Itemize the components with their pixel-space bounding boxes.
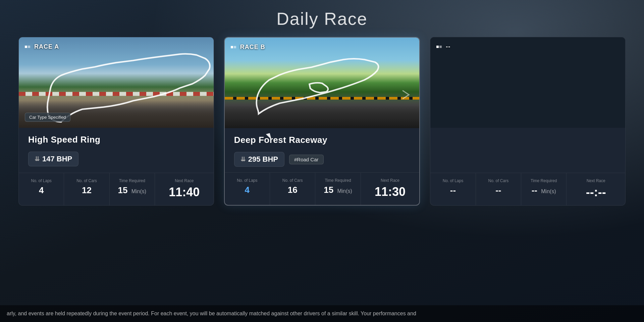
race-card-c[interactable]: -- Not currently available. No. of Laps …	[430, 37, 626, 206]
gt-logo-c	[436, 46, 442, 48]
bhp-badge-b: ⇊ 295 BHP	[234, 152, 284, 167]
race-card-a[interactable]: RACE A Car Type Specified High Speed Rin…	[18, 37, 214, 206]
track-bg-c	[430, 37, 625, 128]
stats-row-a: No. of Laps 4 No. of Cars 12 Time Requir…	[19, 173, 214, 205]
gt-logo-a	[25, 46, 30, 48]
road-car-badge-b: #Road Car	[289, 155, 324, 164]
stats-row-b: No. of Laps 4 No. of Cars 16 Time Requir…	[225, 172, 420, 205]
card-content-a: High Speed Ring ⇊ 147 BHP	[19, 128, 214, 173]
track-name-b: Deep Forest Raceway	[234, 135, 410, 145]
track-name-a: High Speed Ring	[28, 135, 204, 145]
stat-laps-b: No. of Laps 4	[225, 173, 270, 205]
race-label-a: RACE A	[25, 43, 59, 50]
next-race-a: Next Race 11:40	[155, 173, 214, 205]
bhp-row-b: ⇊ 295 BHP #Road Car	[234, 152, 410, 167]
page-title: Daily Race	[0, 9, 644, 29]
stat-time-a: Time Required 15 Min(s)	[110, 173, 155, 205]
gt-logo-b	[231, 46, 236, 48]
stat-laps-a: No. of Laps 4	[19, 173, 64, 205]
stat-cars-c: No. of Cars --	[476, 173, 521, 205]
bhp-row-c	[440, 155, 616, 169]
card-content-b: Deep Forest Raceway ⇊ 295 BHP #Road Car	[225, 128, 420, 172]
track-image-c: -- Not currently available.	[430, 37, 625, 128]
track-name-c	[440, 135, 616, 148]
ticker-text: arly, and events are held repeatedly dur…	[7, 311, 416, 317]
race-card-b[interactable]: RACE B Deep Forest Raceway ⇊ 295 BHP #Ro…	[224, 37, 420, 206]
stats-row-c: No. of Laps -- No. of Cars -- Time Requi…	[430, 173, 625, 205]
track-image-a: RACE A Car Type Specified	[19, 37, 214, 128]
track-outline-b	[225, 38, 420, 128]
next-race-c: Next Race --:--	[567, 173, 625, 205]
bhp-badge-a: ⇊ 147 BHP	[28, 152, 78, 166]
race-label-b: RACE B	[231, 44, 265, 51]
chevron-down-a: ⇊	[35, 155, 40, 163]
cards-container: RACE A Car Type Specified High Speed Rin…	[18, 37, 626, 206]
stat-time-b: Time Required 15 Min(s)	[315, 173, 361, 205]
stat-laps-c: No. of Laps --	[430, 173, 476, 205]
stat-cars-a: No. of Cars 12	[64, 173, 109, 205]
stat-cars-b: No. of Cars 16	[270, 173, 315, 205]
car-type-badge-a: Car Type Specified	[25, 113, 70, 122]
chevron-down-b: ⇊	[240, 156, 246, 163]
bhp-row-a: ⇊ 147 BHP	[28, 152, 204, 166]
bottom-ticker: arly, and events are held repeatedly dur…	[0, 305, 644, 322]
card-content-c	[430, 128, 625, 173]
stat-time-c: Time Required -- Min(s)	[521, 173, 567, 205]
race-label-c: --	[436, 43, 450, 50]
next-race-b: Next Race 11:30	[361, 173, 420, 205]
track-image-b: RACE B	[225, 38, 420, 128]
